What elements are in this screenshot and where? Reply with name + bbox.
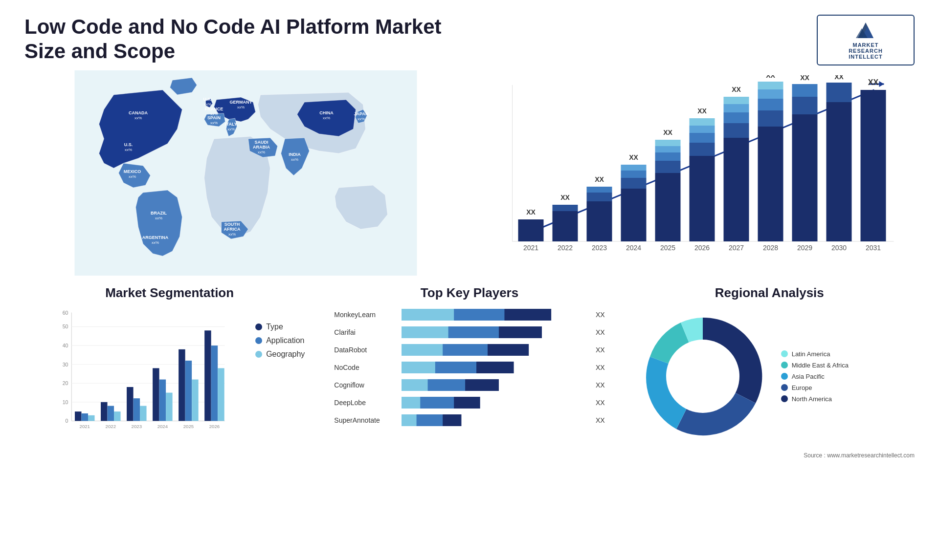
player-row-6: DeepLobe XX (334, 396, 604, 409)
bar-2026-seg5 (690, 118, 715, 126)
regional-section: Regional Analysis Latin Ame (625, 280, 915, 450)
svg-text:60: 60 (63, 310, 68, 316)
donut-area: Latin America Middle East & Africa Asia … (634, 308, 905, 445)
svg-text:XX: XX (800, 75, 809, 82)
player-row-3: DataRobot XX (334, 343, 604, 357)
na-label: North America (792, 395, 832, 403)
bar-2023-seg2 (587, 193, 612, 201)
svg-text:XX: XX (629, 153, 638, 161)
player-name-1: MonkeyLearn (334, 311, 398, 319)
germany-val: xx% (237, 105, 245, 109)
svg-rect-62 (179, 349, 185, 421)
canada-label: CANADA (129, 110, 148, 115)
uk-val: xx% (204, 102, 211, 107)
china-val: xx% (323, 116, 330, 120)
mexico-val: xx% (129, 174, 136, 179)
svg-text:XX: XX (732, 86, 741, 93)
bar-2029-seg2 (792, 97, 818, 114)
svg-rect-67 (211, 345, 218, 421)
europe-color (781, 384, 788, 391)
bar-2025-seg2 (655, 161, 681, 173)
brazil-val: xx% (155, 216, 162, 220)
svg-text:XX: XX (595, 175, 604, 183)
legend-apac: Asia Pacific (781, 373, 849, 380)
seg-svg-container: 0 10 20 30 40 50 60 2021 2022 (34, 308, 246, 442)
legend-geo-dot (255, 351, 262, 358)
player-name-3: DataRobot (334, 346, 398, 354)
logo-text-3: INTELLECT (849, 54, 883, 60)
player-val-3: XX (596, 346, 605, 354)
us-val: xx% (125, 148, 132, 152)
player-row-2: Clarifai XX (334, 325, 604, 339)
segmentation-chart: 0 10 20 30 40 50 60 2021 2022 (34, 308, 246, 440)
spain-val: xx% (210, 121, 218, 125)
bar-2028-seg3 (758, 99, 783, 110)
player-bar-5 (402, 378, 589, 392)
svg-rect-58 (153, 368, 159, 421)
saudi-label: SAUDI (254, 140, 268, 145)
svg-rect-54 (127, 387, 134, 421)
latam-color (781, 350, 788, 357)
bar-2029-seg1 (792, 114, 818, 241)
safrica-val: xx% (228, 232, 236, 237)
svg-text:2023: 2023 (592, 244, 607, 252)
svg-text:XX: XX (663, 129, 672, 136)
bar-2022-seg2 (553, 205, 578, 211)
key-players-title: Top Key Players (334, 285, 604, 301)
legend-latam: Latin America (781, 350, 849, 358)
bar-2023-seg3 (587, 187, 612, 193)
svg-text:20: 20 (63, 380, 68, 386)
svg-text:2021: 2021 (523, 244, 538, 252)
legend-app-dot (255, 337, 262, 344)
latam-label: Latin America (792, 350, 830, 358)
svg-text:2024: 2024 (626, 244, 641, 252)
bar-2029-seg3 (792, 84, 818, 97)
legend-geography: Geography (255, 350, 305, 359)
segmentation-title: Market Segmentation (34, 285, 305, 301)
player-bar-7 (402, 413, 589, 427)
player-val-4: XX (596, 364, 605, 371)
player-name-4: NoCode (334, 364, 398, 371)
world-map-section: CANADA xx% U.S. xx% MEXICO xx% BRAZIL xx… (24, 70, 467, 276)
svg-text:XX: XX (766, 75, 775, 79)
player-val-5: XX (596, 381, 605, 389)
bar-2026-seg3 (690, 133, 715, 143)
player-val-2: XX (596, 328, 605, 336)
svg-text:2028: 2028 (763, 244, 778, 252)
svg-text:XX: XX (560, 194, 570, 201)
legend-application: Application (255, 336, 305, 345)
svg-rect-48 (88, 415, 95, 421)
growth-chart-section: XX XX XX XX XX (472, 70, 915, 276)
france-label: FRANCE (205, 107, 224, 111)
bar-2030-seg2 (827, 83, 852, 102)
legend-type-dot (255, 323, 262, 330)
world-map: CANADA xx% U.S. xx% MEXICO xx% BRAZIL xx… (24, 70, 467, 276)
italy-label: ITALY (225, 122, 237, 127)
bar-2031-seg1 (861, 90, 886, 241)
argentina-label: ARGENTINA (142, 235, 169, 240)
svg-rect-64 (192, 380, 199, 421)
svg-text:XX: XX (697, 107, 707, 115)
svg-text:2022: 2022 (106, 424, 116, 429)
player-val-6: XX (596, 399, 605, 407)
source-text: Source : www.marketresearchintellect.com (0, 450, 939, 461)
bar-2028-seg1 (758, 127, 783, 241)
argentina-val: xx% (152, 240, 159, 245)
bar-2021-seg1 (518, 219, 544, 241)
svg-text:30: 30 (63, 362, 68, 367)
donut-hole (666, 340, 739, 413)
bar-2027-seg1 (724, 138, 749, 241)
player-row-1: MonkeyLearn XX (334, 308, 604, 322)
bar-2024-seg1 (621, 189, 647, 241)
apac-label: Asia Pacific (792, 373, 825, 380)
bar-2028-seg5 (758, 82, 783, 89)
svg-text:50: 50 (63, 323, 68, 329)
svg-text:2021: 2021 (80, 424, 90, 429)
safrica-label2: AFRICA (224, 227, 241, 232)
svg-rect-90 (402, 414, 417, 426)
player-bar-4 (402, 361, 589, 374)
india-label: INDIA (289, 152, 301, 157)
bottom-row: Market Segmentation 0 10 20 30 (0, 280, 939, 450)
safrica-label: SOUTH (224, 222, 240, 227)
bar-2025-seg4 (655, 146, 681, 152)
